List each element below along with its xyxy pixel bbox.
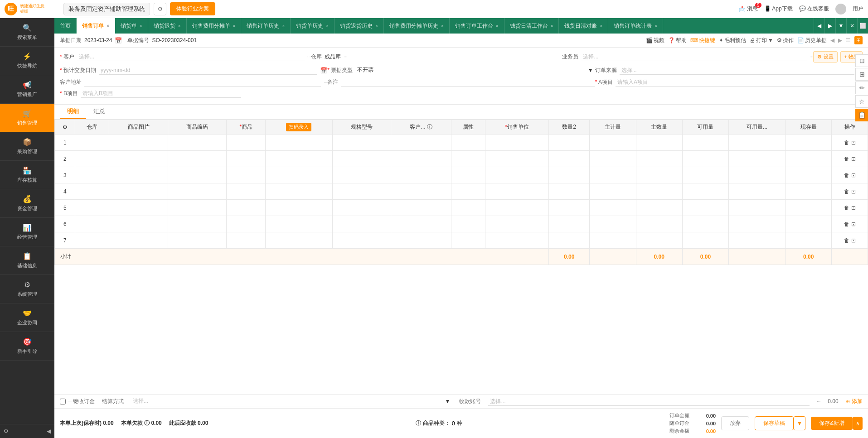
sidebar-item-inventory[interactable]: 🏪 库存核算 [0,161,54,189]
view-btn[interactable]: 🎬 视频 [646,37,664,44]
industry-button[interactable]: 体验行业方案 [170,2,215,15]
delivery-cal-icon[interactable]: 📅 [320,67,327,74]
tab-expense-history[interactable]: 销售费用分摊单历史 × [384,18,450,34]
tab-maximize[interactable]: ⬜ [857,18,868,34]
settings-icon[interactable]: ⚙ [154,3,166,15]
checkout-method-select[interactable]: 选择... ▼ [131,396,452,406]
tab-order-history[interactable]: 销售订单历史 × [241,18,291,34]
side-btn-3[interactable]: ✏ [855,82,868,94]
tab-sales-order-close[interactable]: × [107,24,109,29]
add-btn[interactable]: ⊕ 添加 [846,398,863,405]
b-project-input[interactable] [81,89,241,98]
address-dots[interactable]: ··· [324,80,327,85]
tab-cash-workbench[interactable]: 钱货日清工作台 × [504,18,559,34]
row-7-delete[interactable]: 🗑 [844,237,849,244]
row-1-sales-unit[interactable] [485,135,548,151]
row-6-copy[interactable]: ⊡ [851,221,856,227]
sidebar-item-system[interactable]: ⚙ 系统管理 [0,275,54,303]
tab-expense-split-close[interactable]: × [233,24,236,29]
row-1-attributes[interactable] [451,135,485,151]
sidebar-collapse-btn[interactable]: ◀ [47,428,51,434]
sidebar-item-marketing[interactable]: 📢 营销推广 [0,75,54,104]
tab-cash-reconcile-close[interactable]: × [600,24,602,29]
customer-input[interactable] [77,53,305,61]
row-1-product-img[interactable] [109,135,168,151]
history-btn[interactable]: 📄 历史单据 [797,37,827,44]
tab-expense-history-close[interactable]: × [441,24,444,29]
salesperson-dots[interactable]: ··· [810,54,813,59]
tab-cash-reconcile[interactable]: 钱货日清对账 × [559,18,608,34]
row-2-delete[interactable]: 🗑 [844,156,849,162]
shortcut-btn[interactable]: ⌨ 快捷键 [690,37,715,44]
tab-sales-refund[interactable]: 销货退货 × [148,18,187,34]
tab-sales-return[interactable]: 销货单 × [115,18,148,34]
tab-menu[interactable]: ▼ [835,18,846,34]
app-download-btn[interactable]: 📱 App下载 [764,5,793,13]
remark-input[interactable] [341,78,595,87]
row-1-qty2[interactable] [549,135,590,151]
credit-icon[interactable]: ⓘ [144,420,150,426]
print-arrow[interactable]: ▼ [768,37,773,43]
row-1-copy[interactable]: ⊡ [851,140,856,146]
address-input[interactable] [84,78,321,87]
side-btn-1[interactable]: ⊡ [855,54,868,67]
row-3-delete[interactable]: 🗑 [844,172,849,178]
row-2-warehouse[interactable] [75,151,109,167]
profit-btn[interactable]: ✦ 毛利预估 [719,37,746,44]
tab-cash-workbench-close[interactable]: × [551,24,553,29]
product-count-icon[interactable]: ⓘ [416,419,421,427]
sidebar-item-basic[interactable]: 📋 基础信息 [0,246,54,275]
sidebar-item-operations[interactable]: 📊 经营管理 [0,218,54,246]
view-list-icon[interactable]: ☰ [846,37,851,43]
view-grid-icon[interactable]: ⊞ [854,36,863,44]
side-btn-2[interactable]: ⊞ [855,68,868,81]
row-5-delete[interactable]: 🗑 [844,205,849,211]
print-btn[interactable]: 🖨 打印 ▼ [750,37,773,44]
row-1-product-code[interactable] [168,135,227,151]
tab-close-all[interactable]: ✕ [846,18,857,34]
save-draft-button[interactable]: 保存草稿 [755,416,794,430]
salesperson-input[interactable] [581,53,807,61]
tab-refund-history-close[interactable]: × [375,24,378,29]
one-click-checkout-checkbox[interactable] [60,399,66,404]
row-7-copy[interactable]: ⊡ [851,237,856,244]
row-1-available-more[interactable] [729,135,786,151]
tab-refund-history[interactable]: 销货退货历史 × [335,18,384,34]
tab-home[interactable]: 首页 [54,18,77,34]
side-btn-5[interactable]: 📋 [855,109,868,121]
tab-order-workbench-close[interactable]: × [496,24,499,29]
sidebar-item-finance[interactable]: 💰 资金管理 [0,189,54,218]
receipt-account-input[interactable] [488,397,809,406]
row-1-warehouse[interactable] [75,135,109,151]
row-1-product[interactable] [227,135,266,151]
customer-dots[interactable]: ··· [307,54,311,59]
sidebar-item-purchase[interactable]: 📦 采购管理 [0,132,54,161]
sidebar-item-sales[interactable]: 🛒 销售管理 [0,104,54,132]
sub-tab-summary[interactable]: 汇总 [86,105,112,119]
order-source-input[interactable] [620,66,854,75]
tab-order-stats-close[interactable]: × [655,24,657,29]
help-btn[interactable]: ❓ 帮助 [668,37,687,44]
scan-enter-btn[interactable]: 扫码录入 [286,123,311,131]
row-4-copy[interactable]: ⊡ [851,188,856,195]
row-1-customer-code[interactable] [391,135,451,151]
row-6-delete[interactable]: 🗑 [844,221,849,227]
row-4-delete[interactable]: 🗑 [844,188,849,195]
tab-order-stats[interactable]: 销售订单统计表 × [608,18,663,34]
form-settings-btn[interactable]: ⚙ 设置 [813,51,837,63]
tab-scroll-right[interactable]: ▶ [824,18,835,34]
sidebar-item-quick[interactable]: ⚡ 快捷导航 [0,47,54,75]
nav-next[interactable]: ▶ [838,37,842,43]
sidebar-item-collab[interactable]: 🤝 企业协同 [0,303,54,332]
online-service-btn[interactable]: 💬 在线客服 [799,5,829,13]
tab-expense-split[interactable]: 销售费用分摊单 × [187,18,242,34]
row-3-copy[interactable]: ⊡ [851,172,856,178]
sidebar-item-search[interactable]: 🔍 搜索菜单 [0,18,54,47]
save-draft-arrow-btn[interactable]: ▼ [794,416,805,430]
tab-sales-order[interactable]: 销售订单 × [77,18,115,34]
col-scan[interactable]: 扫码录入 [266,120,333,135]
receipt-account-dots[interactable]: ··· [817,399,820,404]
delivery-date-input[interactable] [99,66,317,75]
discard-button[interactable]: 放弃 [721,416,749,430]
tab-order-history-close[interactable]: × [282,24,285,29]
